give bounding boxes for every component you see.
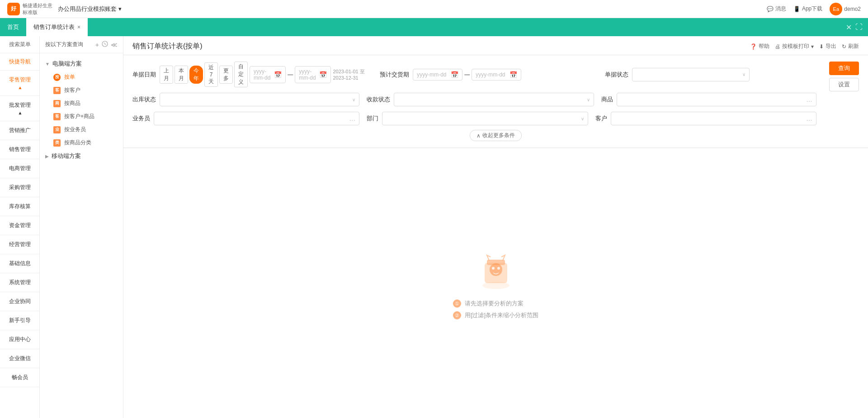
tree-item-by-goods[interactable]: 商 按商品 [40,97,123,110]
app-download-action[interactable]: 📱 App下载 [793,5,822,13]
sidebar: 搜索菜单 快捷导航 零售管理 ▲ 批发管理 ▲ 营销推广 销售管理 电商管理 采… [0,36,40,418]
sidebar-item-retail[interactable]: 零售管理 ▲ [0,71,39,96]
template-print-btn[interactable]: 🖨 按模板打印 ▾ [775,43,814,50]
by-salesperson-icon: 业 [53,126,61,133]
date-btn-last-month[interactable]: 上月 [160,66,173,84]
date-btn-7days[interactable]: 近7天 [204,62,218,87]
predicted-date-label: 预计交货期 [380,71,409,79]
sidebar-item-guide[interactable]: 新手引导 [0,311,39,330]
refresh-btn[interactable]: ↻ 刷新 [842,43,859,50]
date-label: 单据日期 [132,71,156,79]
btn-group-right: 查询 设置 [829,62,859,91]
tree-item-by-customer-goods[interactable]: 客 按客户+商品 [40,110,123,123]
tree-item-by-customer[interactable]: 客 按客户 [40,84,123,97]
tab-home[interactable]: 首页 [0,18,26,36]
date-btn-more[interactable]: 更多 [219,66,233,84]
sidebar-item-system[interactable]: 系统管理 [0,273,39,292]
tree-item-by-category[interactable]: 类 按商品分类 [40,136,123,149]
sidebar-item-finance[interactable]: 资金管理 [0,216,39,235]
query-button[interactable]: 查询 [829,62,859,75]
collapse-panel-btn[interactable]: ≪ [111,41,118,48]
help-btn[interactable]: ❓ 帮助 [750,43,769,50]
sidebar-item-ecommerce[interactable]: 电商管理 [0,159,39,178]
pay-status-select[interactable]: ∨ [394,93,594,106]
download-icon: 📱 [793,6,800,12]
sidebar-item-basic[interactable]: 基础信息 [0,254,39,273]
right-content: 销售订单统计表(按单) ❓ 帮助 🖨 按模板打印 ▾ ⬇ 导出 [123,36,868,418]
sidebar-item-wechat[interactable]: 企业微信 [0,349,39,368]
calendar-start-icon[interactable]: 📅 [274,71,282,78]
out-status-select[interactable]: ∨ [160,93,359,106]
collapse-more-btn[interactable]: ∧ 收起更多条件 [470,130,522,141]
sidebar-item-operations[interactable]: 经营管理 [0,235,39,254]
sidebar-search[interactable]: 搜索菜单 [0,36,39,53]
svg-text:✎: ✎ [104,42,107,46]
window-maximize-btn[interactable]: ⛶ [855,23,863,31]
export-btn[interactable]: ⬇ 导出 [819,43,836,50]
add-scheme-btn[interactable]: + [95,41,99,48]
app-selector[interactable]: 办公用品行业模拟账套 ▾ [58,5,122,13]
by-category-icon: 类 [53,139,61,147]
tab-current[interactable]: 销售订单统计表 × [26,18,88,36]
date-end-input[interactable]: yyyy-mm-dd 📅 [295,66,331,83]
tree-parent-pc[interactable]: ▼ 电脑端方案 [40,57,123,71]
export-icon: ⬇ [819,43,824,50]
goods-label: 商品 [601,95,613,104]
dept-arrow: ∨ [581,116,584,121]
by-cg-icon: 客 [53,113,61,120]
message-action[interactable]: 💬 消息 [767,5,786,13]
calendar-end-icon[interactable]: 📅 [319,71,327,78]
user-action[interactable]: Ea demo2 [830,3,861,15]
date-btn-custom[interactable]: 自定义 [234,62,248,87]
salesperson-input[interactable]: … [154,112,359,125]
sidebar-item-sales[interactable]: 销售管理 [0,140,39,159]
tree-parent-mobile[interactable]: ▶ 移动端方案 [40,149,123,163]
print-icon: 🖨 [775,43,780,50]
dept-label: 部门 [367,114,378,123]
goods-dots-icon: … [806,96,812,103]
pred-date-sep: — [464,71,470,78]
date-start-input[interactable]: yyyy-mm-dd 📅 [250,66,286,83]
date-btn-this-year[interactable]: 今年 [189,66,203,84]
sidebar-quick-nav[interactable]: 快捷导航 [0,53,39,71]
sidebar-item-enterprise[interactable]: 企业协同 [0,292,39,311]
sidebar-item-appcenter[interactable]: 应用中心 [0,330,39,349]
tip-num-2: ② [453,311,461,319]
salesperson-label: 业务员 [132,114,150,123]
status-select-arrow: ∨ [742,72,745,77]
print-dropdown-icon: ▾ [811,43,814,50]
tree-area: ▼ 电脑端方案 按 按单 客 按客户 商 按商品 客 按客户+商品 [40,53,123,418]
main-layout: 搜索菜单 快捷导航 零售管理 ▲ 批发管理 ▲ 营销推广 销售管理 电商管理 采… [0,36,868,418]
empty-tips: ① 请先选择要分析的方案 ② 用[过滤]条件来缩小分析范围 [453,299,538,319]
tab-close-icon[interactable]: × [77,24,80,30]
window-close-btn[interactable]: ✕ [846,23,852,32]
retail-arrow-icon: ▲ [18,85,23,90]
by-goods-icon: 商 [53,100,61,107]
pred-cal-start-icon[interactable]: 📅 [451,71,458,78]
content-area: 按以下方案查询 + ✎ ≪ ▼ 电脑端方案 按 按单 [40,36,868,418]
tree-item-by-order[interactable]: 按 按单 [40,71,123,84]
settings-button[interactable]: 设置 [829,78,859,91]
edit-scheme-btn[interactable]: ✎ [102,41,108,48]
sidebar-item-wholesale[interactable]: 批发管理 ▲ [0,96,39,121]
date-btn-this-month[interactable]: 本月 [175,66,188,84]
predicted-date-start[interactable]: yyyy-mm-dd 📅 [413,69,462,81]
top-header: 好 畅捷通好生意 标准版 办公用品行业模拟账套 ▾ 💬 消息 📱 App下载 E… [0,0,868,18]
tree-mobile-expand-icon: ▶ [45,154,49,159]
sidebar-item-inventory[interactable]: 库存核算 [0,197,39,216]
sidebar-item-marketing[interactable]: 营销推广 [0,121,39,140]
avatar: Ea [830,3,842,15]
out-status-label: 出库状态 [132,95,156,104]
salesperson-dots-icon: … [349,115,355,122]
date-range-text: 2023-01-01 至 2023-12-31 [333,68,373,81]
customer-input[interactable]: … [611,112,816,125]
tree-item-by-salesperson[interactable]: 业 按业务员 [40,123,123,136]
status-select[interactable]: ∨ [632,68,750,81]
predicted-date-end[interactable]: yyyy-mm-dd 📅 [472,69,521,81]
pred-cal-end-icon[interactable]: 📅 [509,71,517,78]
sidebar-item-member[interactable]: 畅会员 [0,368,39,387]
left-panel-toolbar: + ✎ ≪ [95,41,118,48]
goods-input[interactable]: … [617,93,816,106]
dept-select[interactable]: ∨ [382,112,588,125]
sidebar-item-purchase[interactable]: 采购管理 [0,178,39,197]
